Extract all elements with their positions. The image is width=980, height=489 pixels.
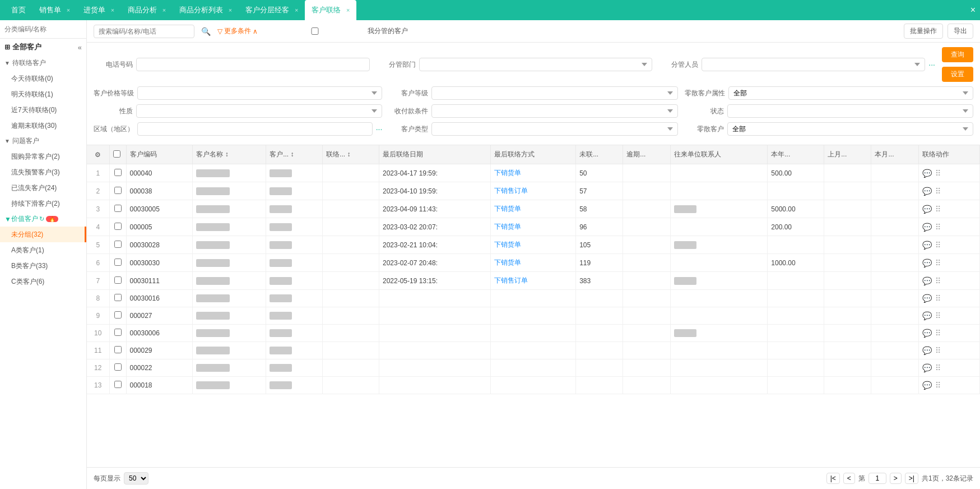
manager-select[interactable] — [702, 58, 925, 71]
page-number-input[interactable] — [868, 473, 886, 484]
cell-checkbox[interactable] — [109, 307, 126, 325]
customer-search-icon[interactable]: 🔍 — [201, 27, 211, 36]
more-action-icon[interactable]: ⠿ — [935, 241, 941, 250]
last-page-btn[interactable]: >| — [905, 473, 918, 484]
th-this-month[interactable]: 本月... — [871, 145, 918, 164]
tab-sales[interactable]: 销售单 × — [32, 0, 77, 20]
row-checkbox[interactable] — [114, 346, 122, 353]
sidebar-item-7days-pending[interactable]: 近7天待联络(0) — [0, 102, 86, 118]
sidebar-item-hoarding-abnormal[interactable]: 囤购异常客户(2) — [0, 149, 86, 164]
retail-attr-select[interactable]: 全部 — [728, 86, 973, 100]
more-action-icon[interactable]: ⠿ — [935, 363, 941, 372]
sidebar-item-churn-warning[interactable]: 流失预警客户(3) — [0, 164, 86, 180]
cell-checkbox[interactable] — [109, 164, 126, 182]
more-action-icon[interactable]: ⠿ — [935, 187, 941, 196]
close-analysis-tab[interactable]: × — [162, 7, 166, 13]
row-checkbox[interactable] — [114, 259, 122, 266]
tab-customer-seg[interactable]: 客户分层经客 × — [239, 0, 305, 20]
more-action-icon[interactable]: ⠿ — [935, 311, 941, 320]
chat-action-icon[interactable]: 💬 — [922, 241, 932, 250]
export-button[interactable]: 导出 — [948, 24, 973, 39]
close-customer-seg-tab[interactable]: × — [295, 7, 298, 13]
cell-checkbox[interactable] — [109, 218, 126, 236]
chat-action-icon[interactable]: 💬 — [922, 187, 932, 196]
more-action-icon[interactable]: ⠿ — [935, 329, 941, 338]
th-this-year[interactable]: 本年... — [768, 145, 824, 164]
value-refresh-icon[interactable]: ↻ — [39, 215, 44, 223]
tab-purchase[interactable]: 进货单 × — [77, 0, 121, 20]
row-checkbox[interactable] — [114, 169, 122, 176]
sidebar-item-type-c[interactable]: C类客户(6) — [0, 274, 86, 289]
more-action-icon[interactable]: ⠿ — [935, 223, 941, 232]
sidebar-item-type-b[interactable]: B类客户(33) — [0, 258, 86, 274]
th-settings[interactable]: ⚙ — [87, 145, 109, 164]
cell-checkbox[interactable] — [109, 377, 126, 394]
row-checkbox[interactable] — [114, 381, 122, 388]
row-checkbox[interactable] — [114, 363, 122, 371]
region-more-icon[interactable]: ··· — [376, 124, 383, 133]
close-analysis-list-tab[interactable]: × — [229, 7, 232, 13]
region-input[interactable] — [137, 122, 373, 136]
first-page-btn[interactable]: |< — [826, 473, 840, 484]
last-method-link[interactable]: 下销货单 — [494, 169, 521, 177]
customer-search-input[interactable] — [94, 25, 194, 38]
th-last-date[interactable]: 最后联络日期 — [379, 145, 490, 164]
chat-action-icon[interactable]: 💬 — [922, 223, 932, 232]
chat-action-icon[interactable]: 💬 — [922, 205, 932, 214]
th-last-month[interactable]: 上月... — [824, 145, 871, 164]
row-checkbox[interactable] — [114, 294, 122, 301]
row-checkbox[interactable] — [114, 223, 122, 230]
tab-home[interactable]: 首页 — [4, 0, 32, 20]
th-code[interactable]: 客户编码 — [126, 145, 193, 164]
th-name[interactable]: 客户名称 ↕ — [193, 145, 266, 164]
batch-ops-button[interactable]: 批量操作 — [904, 24, 943, 39]
collapse-sidebar-icon[interactable]: « — [78, 43, 82, 52]
customer-type-select[interactable] — [431, 122, 677, 136]
row-checkbox[interactable] — [114, 241, 122, 248]
sidebar-value-group[interactable]: ▼ 价值客户 ↻ 🔥 — [0, 211, 86, 227]
tab-analysis[interactable]: 商品分析 × — [121, 0, 173, 20]
query-button[interactable]: 查询 — [942, 47, 973, 62]
cell-checkbox[interactable] — [109, 182, 126, 200]
prev-page-btn[interactable]: < — [843, 473, 855, 484]
status-select[interactable] — [727, 104, 973, 118]
chat-action-icon[interactable]: 💬 — [922, 294, 932, 303]
row-checkbox[interactable] — [114, 311, 122, 319]
chat-action-icon[interactable]: 💬 — [922, 169, 932, 178]
cell-checkbox[interactable] — [109, 254, 126, 272]
th-unlisted[interactable]: 未联... — [576, 145, 623, 164]
tab-analysis-list[interactable]: 商品分析列表 × — [173, 0, 239, 20]
last-method-link[interactable]: 下销货单 — [494, 223, 521, 230]
row-checkbox[interactable] — [114, 205, 122, 212]
sidebar-pending-group[interactable]: ▼ 待联络客户 — [0, 56, 86, 71]
chat-action-icon[interactable]: 💬 — [922, 276, 932, 285]
sidebar-item-today-pending[interactable]: 今天待联络(0) — [0, 71, 86, 86]
cell-checkbox[interactable] — [109, 236, 126, 254]
th-checkbox[interactable] — [109, 145, 126, 164]
last-method-link[interactable]: 下销货单 — [494, 259, 521, 266]
row-checkbox[interactable] — [114, 329, 122, 336]
per-page-select[interactable]: 50 — [124, 472, 148, 485]
th-type[interactable]: 客户... ↕ — [266, 145, 323, 164]
select-all-checkbox[interactable] — [113, 150, 120, 158]
more-action-icon[interactable]: ⠿ — [935, 259, 941, 267]
sidebar-item-declining[interactable]: 持续下滑客户(2) — [0, 196, 86, 211]
phone-input[interactable] — [136, 58, 370, 71]
cell-checkbox[interactable] — [109, 200, 126, 218]
chat-action-icon[interactable]: 💬 — [922, 381, 932, 390]
row-checkbox[interactable] — [114, 187, 122, 194]
last-method-link[interactable]: 下销售订单 — [494, 187, 528, 195]
cell-checkbox[interactable] — [109, 290, 126, 307]
retail-customer-select[interactable]: 全部 — [727, 122, 973, 136]
th-contact[interactable]: 联络... ↕ — [323, 145, 379, 164]
close-sales-tab[interactable]: × — [67, 7, 70, 13]
next-page-btn[interactable]: > — [890, 473, 902, 484]
chat-action-icon[interactable]: 💬 — [922, 346, 932, 355]
more-action-icon[interactable]: ⠿ — [935, 169, 941, 178]
my-customers-checkbox[interactable] — [264, 27, 365, 35]
sidebar-problem-group[interactable]: ▼ 问题客户 — [0, 133, 86, 149]
sidebar-item-overdue-pending[interactable]: 逾期未联络(30) — [0, 118, 86, 133]
my-customers-checkbox-label[interactable]: 我分管的客户 — [264, 26, 408, 36]
last-method-link[interactable]: 下销货单 — [494, 205, 521, 213]
th-last-method[interactable]: 最后联络方式 — [490, 145, 575, 164]
